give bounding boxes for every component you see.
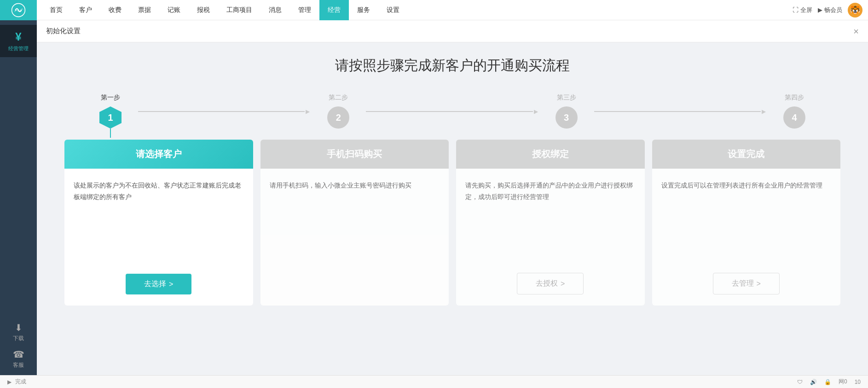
step-card-4: 设置完成 设置完成后可以在管理列表进行所有企业用户的经营管理 去管理 > xyxy=(652,140,841,306)
support-icon: ☎ xyxy=(13,349,24,360)
nav-accounting[interactable]: 记账 xyxy=(159,0,189,20)
sidebar-item-label: 经营管理 xyxy=(8,45,29,52)
nav-business[interactable]: 工商项目 xyxy=(218,0,260,20)
avatar[interactable]: 🐯 xyxy=(848,3,862,18)
nav-manage[interactable]: 管理 xyxy=(290,0,319,20)
card-1-header: 请选择客户 xyxy=(64,140,253,169)
nav-items: 首页 客户 收费 票据 记账 报税 工商项目 消息 管理 经营 服务 设置 xyxy=(37,0,793,20)
step-card-1: 请选择客户 该处展示的客户为不在回收站、客户状态正常建账后完成老板端绑定的所有客… xyxy=(64,140,253,306)
step-1-node: 第一步 1 xyxy=(83,94,138,138)
step-2-pointer xyxy=(338,129,339,138)
status-left: ▶ 完成 xyxy=(7,378,26,386)
card-1-footer: 去选择 > xyxy=(64,266,253,306)
nav-message[interactable]: 消息 xyxy=(260,0,290,20)
card-1-body: 该处展示的客户为不在回收站、客户状态正常建账后完成老板端绑定的所有客户 xyxy=(64,169,253,266)
step-card-2: 手机扫码购买 请用手机扫码，输入小微企业主账号密码进行购买 xyxy=(260,140,449,306)
step-3-pointer xyxy=(566,129,567,138)
nav-settings[interactable]: 设置 xyxy=(378,0,408,20)
network-label: 网0 xyxy=(839,378,847,386)
step-card-3: 授权绑定 请先购买，购买后选择开通的产品中的企业用户进行授权绑定，成功后即可进行… xyxy=(456,140,645,306)
connector-2-3: ▶ xyxy=(366,94,538,115)
cards-row: 请选择客户 该处展示的客户为不在回收站、客户状态正常建账后完成老板端绑定的所有客… xyxy=(55,140,850,306)
steps-indicator: 第一步 1 ▶ 第二步 2 xyxy=(55,94,850,138)
card-2-body: 请用手机扫码，输入小微企业主账号密码进行购买 xyxy=(260,169,449,287)
nav-service[interactable]: 服务 xyxy=(349,0,378,20)
step-1-label: 第一步 xyxy=(101,94,120,102)
nav-home[interactable]: 首页 xyxy=(41,0,71,20)
status-bar: ▶ 完成 🛡 🔊 🔒 网0 10 xyxy=(0,375,868,388)
step-4-pointer xyxy=(794,129,795,138)
step-4-label: 第四步 xyxy=(785,94,804,102)
yen-icon: ¥ xyxy=(15,30,21,43)
sidebar-bottom: ⬇ 下载 ☎ 客服 xyxy=(0,321,37,370)
sidebar-support[interactable]: ☎ 客服 xyxy=(0,347,37,370)
nav-tax[interactable]: 报税 xyxy=(189,0,218,20)
sidebar-item-operation[interactable]: ¥ 经营管理 xyxy=(0,25,37,57)
card-3-body: 请先购买，购买后选择开通的产品中的企业用户进行授权绑定，成功后即可进行经营管理 xyxy=(456,169,645,265)
step-3-circle: 3 xyxy=(556,106,578,129)
nav-right: ⛶ 全屏 ▶ 畅会员 🐯 xyxy=(793,3,868,18)
close-button[interactable]: × xyxy=(853,27,859,36)
step-2-node: 第二步 2 xyxy=(311,94,366,138)
play-icon: ▶ xyxy=(7,379,12,385)
card-2-footer xyxy=(260,287,449,306)
page-title: 初始化设置 xyxy=(46,27,81,35)
go-manage-button[interactable]: 去管理 > xyxy=(713,273,780,294)
time-label: 10 xyxy=(855,379,861,385)
wizard-content: 请按照步骤完成新客户的开通购买流程 第一步 1 ▶ xyxy=(37,42,868,324)
sidebar-download[interactable]: ⬇ 下载 xyxy=(0,321,37,344)
card-3-footer: 去授权 > xyxy=(456,265,645,306)
card-3-header: 授权绑定 xyxy=(456,140,645,169)
app-logo[interactable] xyxy=(0,0,37,20)
step-1-circle: 1 xyxy=(99,106,122,129)
connector-1-2: ▶ xyxy=(138,94,311,115)
go-auth-button[interactable]: 去授权 > xyxy=(517,273,584,294)
go-select-button[interactable]: 去选择 > xyxy=(126,274,191,294)
nav-fee[interactable]: 收费 xyxy=(100,0,130,20)
page-header: 初始化设置 × xyxy=(37,20,868,42)
content-area: 初始化设置 × 请按照步骤完成新客户的开通购买流程 第一步 1 ▶ xyxy=(37,20,868,375)
fullscreen-btn[interactable]: ⛶ 全屏 xyxy=(793,6,812,14)
step-2-circle: 2 xyxy=(327,106,349,129)
vip-icon: ▶ xyxy=(818,6,822,13)
nav-operation[interactable]: 经营 xyxy=(319,0,349,20)
step-1-pointer xyxy=(110,129,111,138)
status-label: 完成 xyxy=(15,378,26,386)
step-2-label: 第二步 xyxy=(329,94,348,102)
volume-icon: 🔊 xyxy=(810,379,817,385)
nav-bill[interactable]: 票据 xyxy=(130,0,159,20)
step-3-label: 第三步 xyxy=(557,94,576,102)
step-4-circle: 4 xyxy=(783,106,805,129)
main-layout: ¥ 经营管理 ⬇ 下载 ☎ 客服 初始化设置 × 请按照步骤完成新客户的开通购买… xyxy=(0,20,868,375)
card-4-header: 设置完成 xyxy=(652,140,841,169)
shield-icon: 🛡 xyxy=(797,379,803,385)
connector-3-4: ▶ xyxy=(594,94,767,115)
step-3-node: 第三步 3 xyxy=(539,94,594,138)
step-4-node: 第四步 4 xyxy=(767,94,822,138)
card-4-footer: 去管理 > xyxy=(652,265,841,306)
nav-customer[interactable]: 客户 xyxy=(71,0,100,20)
wizard-title: 请按照步骤完成新客户的开通购买流程 xyxy=(55,56,850,75)
sidebar: ¥ 经营管理 ⬇ 下载 ☎ 客服 xyxy=(0,20,37,375)
fullscreen-icon: ⛶ xyxy=(793,6,799,13)
card-4-body: 设置完成后可以在管理列表进行所有企业用户的经营管理 xyxy=(652,169,841,265)
lock-icon: 🔒 xyxy=(824,379,831,385)
top-nav: 首页 客户 收费 票据 记账 报税 工商项目 消息 管理 经营 服务 设置 ⛶ … xyxy=(0,0,868,20)
status-right: 🛡 🔊 🔒 网0 10 xyxy=(797,378,861,386)
vip-btn[interactable]: ▶ 畅会员 xyxy=(818,6,842,14)
download-icon: ⬇ xyxy=(15,322,23,333)
card-2-header: 手机扫码购买 xyxy=(260,140,449,169)
